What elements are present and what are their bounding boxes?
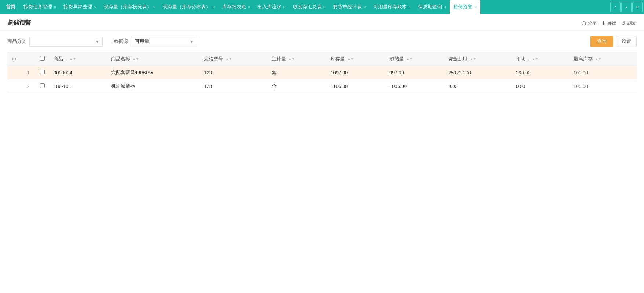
row-spec: 123 (200, 79, 267, 93)
nav-tab-tab-1[interactable]: 拣货任务管理× (20, 0, 60, 14)
sort-icon-capital: ▲▼ (470, 58, 476, 61)
chevron-down-icon: ▾ (96, 39, 99, 44)
nav-more-button[interactable]: × (632, 2, 643, 12)
gear-icon: ⚙ (12, 56, 17, 62)
nav-tab-tab-6[interactable]: 出入库流水× (254, 0, 289, 14)
top-navigation: 首页 拣货任务管理×拣货异常处理×现存量（库存状况表）×现存量（库存分布表）×库… (0, 0, 644, 14)
row-sku: 186-10... (49, 79, 107, 93)
category-select[interactable]: ▾ (29, 37, 103, 47)
sort-icon-max: ▲▼ (595, 58, 601, 61)
th-settings[interactable]: ⚙ (7, 52, 21, 66)
th-stock[interactable]: 库存量 ▲▼ (326, 52, 385, 66)
export-button[interactable]: ⬇ 导出 (601, 20, 617, 26)
refresh-icon: ↺ (621, 20, 626, 26)
select-all-checkbox[interactable] (40, 56, 45, 61)
query-button[interactable]: 查询 (590, 36, 613, 47)
table-row: 1 0000004 六配套新昌490BPG 123 套 1097.00 997.… (7, 66, 637, 79)
row-avg: 0.00 (512, 79, 569, 93)
th-sku[interactable]: 商品... ▲▼ (49, 52, 107, 66)
tab-close-icon[interactable]: × (212, 5, 215, 9)
tab-close-icon[interactable]: × (153, 5, 155, 9)
refresh-button[interactable]: ↺ 刷新 (621, 20, 637, 26)
row-max-stock: 100.00 (569, 66, 637, 79)
row-gear-cell (7, 79, 21, 93)
th-overflow[interactable]: 超储量 ▲▼ (385, 52, 444, 66)
row-sku: 0000004 (49, 66, 107, 79)
datasource-value: 可用量 (135, 38, 149, 45)
tab-close-icon[interactable]: × (323, 5, 326, 9)
nav-tab-tab-5[interactable]: 库存批次账× (219, 0, 254, 14)
nav-tab-tab-4[interactable]: 现存量（库存分布表）× (159, 0, 218, 14)
nav-prev-button[interactable]: ‹ (610, 2, 621, 12)
th-avg[interactable]: 平均... ▲▼ (512, 52, 569, 66)
nav-next-button[interactable]: › (621, 2, 632, 12)
table-row: 2 186-10... 机油滤清器 123 个 1106.00 1006.00 … (7, 79, 637, 93)
th-capital[interactable]: 资金占用 ▲▼ (444, 52, 511, 66)
row-name: 机油滤清器 (107, 79, 200, 93)
th-unit[interactable]: 主计量 ▲▼ (267, 52, 326, 66)
nav-tab-tab-3[interactable]: 现存量（库存状况表）× (100, 0, 159, 14)
tab-close-icon[interactable]: × (283, 5, 285, 9)
page-title: 超储预警 (7, 19, 31, 27)
row-name: 六配套新昌490BPG (107, 66, 200, 79)
share-icon: ⬡ (582, 20, 586, 26)
category-filter-group: 商品分类 ▾ (7, 37, 103, 47)
main-content: 超储预警 ⬡ 分享 ⬇ 导出 ↺ 刷新 商品分类 ▾ 数据源 (0, 14, 644, 293)
sort-icon-avg: ▲▼ (532, 58, 538, 61)
chevron-down-icon-2: ▾ (190, 39, 193, 44)
nav-tab-tab-9[interactable]: 可用量库存账本× (370, 0, 414, 14)
tab-close-icon[interactable]: × (248, 5, 250, 9)
tab-close-icon[interactable]: × (94, 5, 96, 9)
datasource-label: 数据源 (114, 38, 128, 45)
row-checkbox-cell[interactable] (36, 79, 49, 93)
datasource-filter-group: 数据源 可用量 ▾ (114, 36, 197, 47)
nav-arrows: ‹ › × (610, 2, 643, 12)
row-checkbox[interactable] (40, 83, 45, 88)
datasource-select[interactable]: 可用量 ▾ (131, 36, 197, 47)
table-header-row: ⚙ 商品... ▲▼ 商品名称 ▲▼ 规格型号 (7, 52, 637, 66)
nav-home[interactable]: 首页 (1, 0, 20, 14)
nav-tab-tab-11[interactable]: 超储预警× (450, 0, 480, 14)
tab-close-icon[interactable]: × (54, 5, 56, 9)
row-max-stock: 100.00 (569, 79, 637, 93)
sort-icon-spec: ▲▼ (226, 58, 232, 61)
row-capital: 0.00 (444, 79, 511, 93)
category-label: 商品分类 (7, 38, 26, 45)
th-name[interactable]: 商品名称 ▲▼ (107, 52, 200, 66)
filter-buttons: 查询 设置 (590, 36, 637, 47)
tab-close-icon[interactable]: × (474, 5, 476, 9)
table-container: ⚙ 商品... ▲▼ 商品名称 ▲▼ 规格型号 (0, 52, 644, 93)
settings-button[interactable]: 设置 (616, 36, 637, 47)
row-gear-cell (7, 66, 21, 79)
row-unit: 个 (267, 79, 326, 93)
header-actions: ⬡ 分享 ⬇ 导出 ↺ 刷新 (582, 20, 637, 26)
row-checkbox[interactable] (40, 70, 45, 74)
filter-area: 商品分类 ▾ 数据源 可用量 ▾ 查询 设置 (0, 31, 644, 52)
sort-icon-name: ▲▼ (132, 58, 139, 61)
data-table: ⚙ 商品... ▲▼ 商品名称 ▲▼ 规格型号 (7, 52, 637, 93)
nav-tab-tab-8[interactable]: 要货单统计表× (329, 0, 369, 14)
row-unit: 套 (267, 66, 326, 79)
export-icon: ⬇ (601, 20, 606, 26)
nav-tab-tab-7[interactable]: 收发存汇总表× (289, 0, 329, 14)
row-stock: 1106.00 (326, 79, 385, 93)
th-checkbox (36, 52, 49, 66)
row-checkbox-cell[interactable] (36, 66, 49, 79)
tab-close-icon[interactable]: × (444, 5, 446, 9)
th-spec[interactable]: 规格型号 ▲▼ (200, 52, 267, 66)
share-button[interactable]: ⬡ 分享 (582, 20, 597, 26)
table-body: 1 0000004 六配套新昌490BPG 123 套 1097.00 997.… (7, 66, 637, 93)
page-header: 超储预警 ⬡ 分享 ⬇ 导出 ↺ 刷新 (0, 14, 644, 31)
sort-icon-sku: ▲▼ (69, 58, 76, 61)
row-overflow: 997.00 (385, 66, 444, 79)
row-number: 2 (21, 79, 36, 93)
nav-tab-tab-10[interactable]: 保质期查询× (414, 0, 450, 14)
sort-icon-overflow: ▲▼ (406, 58, 413, 61)
nav-tabs: 拣货任务管理×拣货异常处理×现存量（库存状况表）×现存量（库存分布表）×库存批次… (20, 0, 610, 14)
tab-close-icon[interactable]: × (409, 5, 411, 9)
nav-tab-tab-2[interactable]: 拣货异常处理× (60, 0, 100, 14)
row-spec: 123 (200, 66, 267, 79)
th-max[interactable]: 最高库存 ▲▼ (569, 52, 637, 66)
tab-close-icon[interactable]: × (363, 5, 366, 9)
sort-icon-unit: ▲▼ (288, 58, 295, 61)
